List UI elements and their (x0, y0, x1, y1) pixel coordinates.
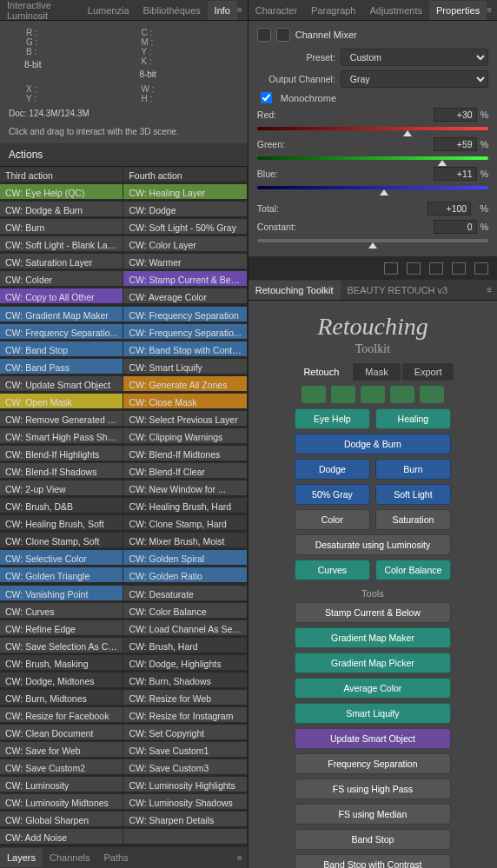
tab-beauty-retouch-v3[interactable]: BEAUTY RETOUCH v3 (341, 281, 455, 300)
rt-mode-retouch[interactable]: Retouch (291, 363, 351, 381)
panel-menu-icon[interactable]: ≡ (487, 5, 497, 15)
action-item[interactable]: CW: Warmer (123, 254, 247, 269)
action-item[interactable]: CW: Update Smart Object (0, 376, 123, 392)
action-item[interactable]: CW: Curves (0, 603, 123, 619)
action-item[interactable]: CW: Average Color (123, 288, 247, 304)
action-item[interactable]: CW: Golden Spiral (123, 550, 247, 566)
action-item[interactable]: CW: Healing Layer (123, 184, 247, 200)
action-item[interactable]: CW: Brush, D&B (0, 498, 123, 514)
action-item[interactable]: CW: Gradient Map Maker (0, 307, 123, 322)
output-channel-select[interactable]: Gray (341, 70, 488, 88)
rt-button[interactable]: Dodge & Burn (295, 434, 451, 454)
action-item[interactable]: CW: Brush, Masking (0, 655, 123, 671)
rt-tool-button[interactable]: Band Stop (295, 829, 451, 850)
monochrome-checkbox[interactable] (261, 92, 272, 103)
action-item[interactable]: CW: Blend-If Highlights (0, 446, 123, 461)
rt-button[interactable]: Eye Help (295, 408, 370, 429)
action-item[interactable]: CW: Band Stop (0, 341, 123, 357)
mixer-tool-icon[interactable] (390, 386, 414, 403)
action-item[interactable]: CW: Luminosity Shadows (123, 794, 247, 810)
slider-track[interactable] (257, 153, 488, 163)
prev-state-icon[interactable] (407, 262, 421, 275)
action-item[interactable]: CW: Vanishing Point (0, 586, 123, 601)
action-item[interactable]: CW: Burn (0, 219, 123, 235)
action-item[interactable]: CW: Set Copyright (123, 725, 247, 740)
tab-properties[interactable]: Properties (429, 1, 487, 20)
rt-tool-button[interactable]: Smart Liquify (295, 703, 451, 724)
action-item[interactable]: CW: Brush, Hard (123, 638, 247, 653)
action-item[interactable]: CW: Color Balance (123, 603, 247, 619)
action-item[interactable]: CW: Clean Document (0, 725, 123, 740)
rt-button[interactable]: 50% Gray (295, 484, 370, 505)
action-item[interactable]: CW: Saturation Layer (0, 254, 123, 269)
action-item[interactable]: CW: Load Channel As Sel... (123, 620, 247, 636)
action-item[interactable]: CW: Blend-If Clear (123, 463, 247, 479)
action-item[interactable]: CW: Clone Stamp, Soft (0, 533, 123, 548)
action-item[interactable]: CW: Save Custom3 (123, 759, 247, 775)
rt-button[interactable]: Color Balance (375, 560, 451, 580)
tab-bibliothèques[interactable]: Bibliothèques (136, 1, 208, 20)
action-item[interactable]: CW: Resize for Instagram (123, 707, 247, 723)
action-item[interactable]: CW: Sharpen Details (123, 812, 247, 827)
action-item[interactable]: CW: Colder (0, 271, 123, 287)
action-item[interactable]: CW: Dodge, Highlights (123, 655, 247, 671)
action-item[interactable]: CW: Remove Generated C... (0, 411, 123, 427)
action-item[interactable]: CW: Luminosity (0, 777, 123, 792)
action-item[interactable]: CW: Healing Brush, Hard (123, 498, 247, 514)
panel-menu-icon[interactable]: ≡ (487, 285, 497, 295)
action-item[interactable]: CW: Golden Triangle (0, 567, 123, 583)
action-item[interactable]: CW: Burn, Midtones (0, 690, 123, 706)
panel-menu-icon[interactable]: ≡ (237, 853, 248, 863)
action-item[interactable]: Fourth action (123, 167, 247, 182)
rt-button[interactable]: Burn (375, 459, 451, 480)
action-item[interactable]: CW: Luminosity Midtones (0, 794, 123, 810)
tab-character[interactable]: Character (248, 1, 304, 20)
trash-icon[interactable] (474, 262, 488, 275)
slider-value[interactable] (434, 108, 477, 122)
action-item[interactable]: CW: Burn, Shadows (123, 673, 247, 688)
tab-paragraph[interactable]: Paragraph (304, 1, 362, 20)
action-item[interactable]: CW: 2-up View (0, 480, 123, 496)
constant-slider[interactable] (257, 235, 488, 246)
action-item[interactable]: CW: Band Pass (0, 359, 123, 374)
action-item[interactable]: CW: Desaturate (123, 586, 247, 601)
reset-icon[interactable] (429, 262, 443, 275)
action-item[interactable]: CW: Add Noise (0, 829, 123, 845)
action-item[interactable]: CW: Smart High Pass Shar... (0, 428, 123, 444)
rt-button[interactable]: Soft Light (375, 484, 451, 505)
clone-tool-icon[interactable] (361, 386, 385, 403)
rt-tool-button[interactable]: Stamp Current & Below (295, 602, 451, 623)
action-item[interactable] (123, 829, 247, 845)
action-item[interactable]: CW: Save Selection As Ch... (0, 638, 123, 653)
tab-adjustments[interactable]: Adjustments (362, 1, 429, 20)
tab-lumenzia[interactable]: Lumenzia (81, 1, 136, 20)
action-item[interactable]: CW: Resize for Web (123, 690, 247, 706)
rt-button[interactable]: Saturation (375, 509, 451, 530)
action-item[interactable]: CW: Healing Brush, Soft (0, 515, 123, 531)
action-item[interactable]: CW: Color Layer (123, 236, 247, 252)
action-item[interactable]: CW: Resize for Facebook (0, 707, 123, 723)
rt-mode-export[interactable]: Export (402, 363, 454, 381)
rt-button[interactable]: Dodge (295, 459, 370, 480)
slider-track[interactable] (257, 182, 488, 193)
tab-retouching-toolkit[interactable]: Retouching Toolkit (248, 281, 341, 300)
action-item[interactable]: CW: Frequency Separation (123, 307, 247, 322)
brush-tool-icon[interactable] (302, 386, 326, 403)
action-item[interactable]: CW: Generate All Zones (123, 376, 247, 392)
action-item[interactable]: CW: Clone Stamp, Hard (123, 515, 247, 531)
action-item[interactable]: CW: Dodge (123, 202, 247, 217)
action-item[interactable]: CW: Soft Light - Blank Lay... (0, 236, 123, 252)
rt-button[interactable]: Healing (375, 408, 451, 429)
action-item[interactable]: CW: Copy to All Other (0, 288, 123, 304)
action-item[interactable]: CW: Refine Edge (0, 620, 123, 636)
slider-track[interactable] (257, 123, 488, 134)
rt-button[interactable]: Color (295, 509, 370, 530)
action-item[interactable]: CW: Dodge & Burn (0, 202, 123, 217)
rt-tool-button[interactable]: Gradient Map Maker (295, 627, 451, 648)
action-item[interactable]: CW: Soft Light - 50% Gray (123, 219, 247, 235)
rt-tool-button[interactable]: Gradient Map Picker (295, 653, 451, 673)
action-item[interactable]: CW: Smart Liquify (123, 359, 247, 374)
slider-value[interactable] (434, 137, 477, 151)
panel-menu-icon[interactable]: ≡ (237, 5, 248, 15)
patch-tool-icon[interactable] (420, 386, 444, 403)
